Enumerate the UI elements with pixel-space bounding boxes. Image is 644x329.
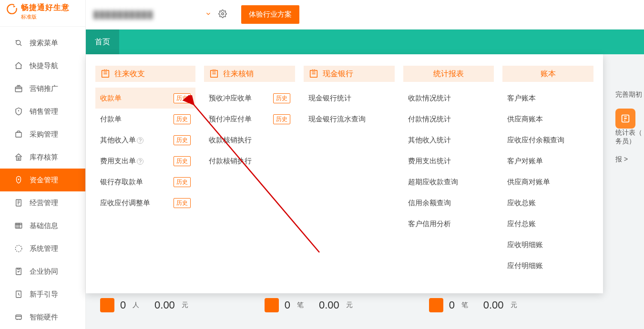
sidebar-item[interactable]: 快捷导航 (0, 54, 85, 77)
logo[interactable]: 畅捷通好生意 标准版 (0, 0, 85, 27)
history-tag[interactable]: 历史 (174, 156, 191, 166)
experience-solution-button[interactable]: 体验行业方案 (241, 5, 299, 24)
mega-menu-item[interactable]: 应付总账 (502, 213, 593, 234)
right-peek-line[interactable]: 统计表（务员） (615, 129, 644, 146)
mega-item-label: 付款情况统计 (408, 115, 451, 124)
mega-item-label: 银行存取款单 (100, 178, 143, 187)
help-icon[interactable]: ? (137, 137, 143, 144)
mega-menu-item[interactable]: 客户信用分析 (403, 213, 494, 234)
mega-menu-item[interactable]: 预收冲应收单历史 (204, 88, 295, 109)
mega-item-label: 客户对账单 (507, 157, 543, 166)
mega-item-label: 供应商账本 (507, 115, 543, 124)
stat-icon (265, 298, 279, 312)
history-tag[interactable]: 历史 (273, 114, 290, 124)
right-peek-line[interactable]: 完善期初 (615, 90, 644, 99)
mega-menu-item[interactable]: 应收总账 (502, 192, 593, 213)
mega-menu-item[interactable]: 客户对账单 (502, 150, 593, 171)
sidebar-item[interactable]: 搜索菜单 (0, 31, 85, 54)
mega-menu-item[interactable]: 现金银行统计 (304, 88, 395, 109)
stat-unit: 笔 (297, 301, 304, 309)
mega-item-label: 超期应收款查询 (408, 178, 458, 187)
stat-unit: 元 (511, 301, 517, 309)
history-tag[interactable]: 历史 (174, 198, 191, 208)
gear-icon[interactable] (218, 10, 227, 20)
stats-peek-icon[interactable] (615, 109, 635, 129)
org-name: ██████████ (93, 10, 153, 19)
sidebar-item[interactable]: 新手引导 (0, 283, 85, 306)
tab-home[interactable]: 首页 (86, 30, 119, 54)
mega-menu-item[interactable]: 应收明细账 (502, 234, 593, 255)
mega-menu-item[interactable]: 付款核销执行 (204, 150, 295, 171)
mega-item-label: 预收冲应收单 (209, 94, 252, 103)
mega-menu-item[interactable]: 付款单历史 (95, 109, 195, 130)
org-selector[interactable]: ██████████ (93, 10, 227, 20)
mega-menu-item[interactable]: 其他收入单?历史 (95, 130, 195, 150)
mega-menu-item[interactable]: 应付明细账 (502, 255, 593, 276)
sidebar-item[interactable]: 资金管理 (0, 169, 85, 191)
sidebar-item[interactable]: 库存核算 (0, 146, 85, 169)
mega-menu-item[interactable]: 应收应付余额查询 (502, 130, 593, 150)
topbar: ██████████ 体验行业方案 (86, 0, 644, 30)
mega-menu-item[interactable]: 供应商对账单 (502, 171, 593, 192)
sidebar-item-label: 销售管理 (30, 107, 58, 116)
stat-value: 0 (449, 299, 455, 311)
mega-menu-item[interactable]: 现金银行流水查询 (304, 109, 395, 130)
sidebar-item[interactable]: 采购管理 (0, 123, 85, 146)
history-tag[interactable]: 历史 (174, 135, 191, 145)
mega-column-title: 现金银行 (323, 69, 353, 79)
mega-column-header: 账本 (502, 66, 593, 82)
mega-item-label: 应收应付余额查询 (507, 136, 564, 145)
nav-icon (14, 107, 23, 116)
stat-item: 0人 0.00元 (100, 298, 188, 312)
sidebar-item-label: 基础信息 (30, 221, 58, 230)
chevron-down-icon (205, 10, 212, 19)
sidebar-item[interactable]: 营销推广 (0, 77, 85, 100)
right-peek: 完善期初 统计表（务员） 报 > (615, 81, 644, 173)
history-tag[interactable]: 历史 (174, 114, 191, 124)
history-tag[interactable]: 历史 (174, 93, 191, 103)
sidebar-item[interactable]: 企业协同 (0, 260, 85, 283)
mega-menu-item[interactable]: 其他收入统计 (403, 130, 494, 150)
mega-menu-item[interactable]: 收款单历史 (95, 88, 195, 109)
sidebar-item[interactable]: 基础信息 (0, 214, 85, 237)
mega-menu-item[interactable]: 费用支出单?历史 (95, 150, 195, 171)
sidebar-item[interactable]: 经营管理 (0, 191, 85, 214)
mega-menu-item[interactable]: 客户账本 (502, 88, 593, 109)
nav-icon (14, 176, 23, 184)
stat-unit: 人 (133, 301, 139, 309)
brand-logo-icon (6, 3, 18, 15)
sidebar-item-label: 营销推广 (30, 84, 58, 93)
help-icon[interactable]: ? (137, 158, 143, 165)
mega-item-label: 预付冲应付单 (209, 115, 252, 124)
mega-menu-item[interactable]: 供应商账本 (502, 109, 593, 130)
right-peek-line[interactable]: 报 > (615, 155, 644, 164)
mega-menu-item[interactable]: 应收应付调整单历史 (95, 192, 195, 213)
sidebar-item[interactable]: 智能硬件 (0, 306, 85, 329)
svg-point-7 (15, 245, 22, 252)
stat-icon (429, 298, 443, 312)
mega-item-label: 应收明细账 (507, 240, 543, 249)
mega-menu-item[interactable]: 超期应收款查询 (403, 171, 494, 192)
mega-item-label: 费用支出单? (100, 157, 143, 166)
mega-menu-item[interactable]: 付款情况统计 (403, 109, 494, 130)
history-tag[interactable]: 历史 (174, 177, 191, 187)
sidebar-item[interactable]: 销售管理 (0, 100, 85, 123)
mega-column: 账本客户账本供应商账本应收应付余额查询客户对账单供应商对账单应收总账应付总账应收… (502, 66, 593, 276)
nav-icon (14, 84, 23, 93)
history-tag[interactable]: 历史 (273, 93, 290, 103)
svg-point-11 (222, 13, 224, 15)
mega-column: 现金银行现金银行统计现金银行流水查询 (304, 66, 395, 276)
mega-menu-item[interactable]: 收款核销执行 (204, 130, 295, 150)
mega-menu-item[interactable]: 费用支出统计 (403, 150, 494, 171)
mega-item-label: 付款单 (100, 115, 122, 124)
mega-item-label: 付款核销执行 (209, 157, 252, 166)
mega-menu-item[interactable]: 预付冲应付单历史 (204, 109, 295, 130)
mega-menu-item[interactable]: 收款情况统计 (403, 88, 494, 109)
sidebar-nav: 搜索菜单快捷导航营销推广销售管理采购管理库存核算资金管理经营管理基础信息系统管理… (0, 27, 85, 329)
mega-menu-item[interactable]: 银行存取款单历史 (95, 171, 195, 192)
sidebar-item[interactable]: 系统管理 (0, 237, 85, 260)
mega-menu-item[interactable]: 信用余额查询 (403, 192, 494, 213)
mega-item-label: 收款核销执行 (209, 136, 252, 145)
nav-icon (14, 244, 23, 253)
mega-item-label: 客户信用分析 (408, 219, 451, 229)
